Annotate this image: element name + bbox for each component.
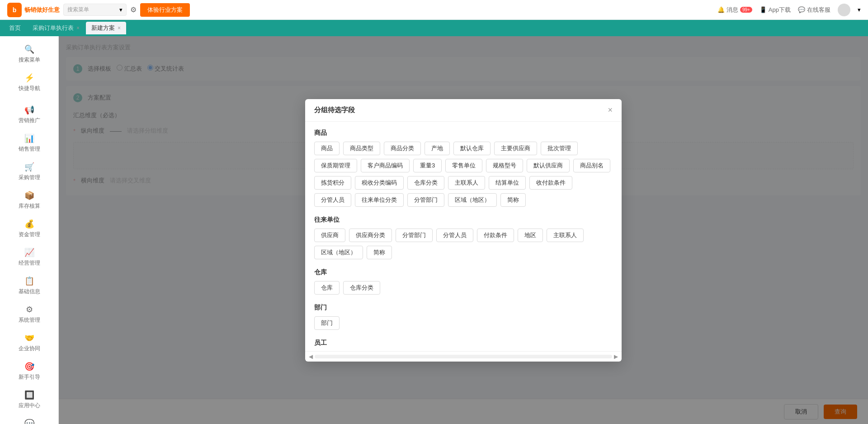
field-tag[interactable]: 商品分类: [384, 142, 421, 155]
field-tag[interactable]: 分管人员: [436, 229, 473, 242]
field-tag[interactable]: 地区: [518, 229, 543, 242]
field-tag[interactable]: 默认仓库: [453, 142, 491, 155]
sidebar-item-search[interactable]: 🔍 搜索菜单: [0, 40, 58, 68]
field-tag[interactable]: 拣货积分: [314, 176, 351, 190]
field-tag[interactable]: 商品类型: [343, 142, 380, 155]
field-tag[interactable]: 收付款条件: [529, 176, 572, 190]
basic-icon: 📋: [24, 276, 34, 286]
sidebar-item-quicknav[interactable]: ⚡ 快捷导航: [0, 68, 58, 97]
sidebar-item-inventory[interactable]: 📦 库存核算: [0, 186, 58, 214]
field-tag[interactable]: 区域（地区）: [314, 246, 363, 259]
sidebar-item-apps[interactable]: 🔲 应用中心: [0, 386, 58, 414]
field-tag[interactable]: 部门: [314, 316, 340, 330]
sidebar-item-guide[interactable]: 🎯 新手引导: [0, 357, 58, 386]
avatar[interactable]: [838, 4, 850, 16]
sidebar-label-quicknav: 快捷导航: [19, 85, 40, 92]
field-tag[interactable]: 重量3: [413, 159, 442, 172]
field-tags-partner: 供应商 供应商分类 分管部门 分管人员 付款条件 地区 主联系人 区域（地区） …: [314, 229, 613, 259]
sidebar-item-system[interactable]: ⚙ 系统管理: [0, 300, 58, 329]
field-group-department: 部门 部门: [314, 304, 613, 330]
sidebar-label-finance: 资金管理: [19, 231, 40, 238]
field-group-employee-title: 员工: [314, 339, 613, 347]
search-icon: 🔍: [24, 44, 34, 54]
field-tag[interactable]: 供应商: [314, 229, 345, 242]
field-group-employee: 员工 业务员: [314, 339, 613, 351]
sidebar-label-guide: 新手引导: [19, 373, 40, 381]
notification-item[interactable]: 🔔 消息 99+: [717, 6, 752, 14]
field-group-warehouse-title: 仓库: [314, 268, 613, 276]
sidebar-item-marketing[interactable]: 📢 营销推广: [0, 100, 58, 129]
gear-icon[interactable]: ⚙: [130, 5, 137, 14]
operation-icon: 📈: [24, 248, 34, 257]
sidebar-item-basic[interactable]: 📋 基础信息: [0, 272, 58, 300]
field-tag[interactable]: 产地: [425, 142, 450, 155]
sidebar-item-collab[interactable]: 🤝 企业协同: [0, 329, 58, 357]
field-tags-warehouse: 仓库 仓库分类: [314, 281, 613, 295]
search-bar[interactable]: 搜索菜单 ▾: [63, 4, 127, 16]
sidebar-item-finance[interactable]: 💰 资金管理: [0, 214, 58, 243]
main-layout: 🔍 搜索菜单 ⚡ 快捷导航 📢 营销推广 📊 销售管理 🛒 采购管理 📦 库存核…: [0, 36, 868, 424]
field-tag[interactable]: 保质期管理: [314, 159, 357, 172]
field-tag[interactable]: 客户商品编码: [361, 159, 410, 172]
online-service-item[interactable]: 💬 在线客服: [798, 6, 830, 14]
scroll-left-icon[interactable]: ◀: [309, 353, 313, 360]
field-tags-goods: 商品 商品类型 商品分类 产地 默认仓库 主要供应商 批次管理 保质期管理 客户…: [314, 142, 613, 207]
field-tag[interactable]: 仓库: [314, 281, 340, 295]
field-tag[interactable]: 往来单位分类: [355, 193, 404, 207]
trial-button[interactable]: 体验行业方案: [140, 3, 190, 17]
logo-icon: b: [7, 3, 22, 17]
field-tag[interactable]: 仓库分类: [343, 281, 380, 295]
field-tag[interactable]: 分管部门: [396, 229, 433, 242]
close-icon[interactable]: ×: [608, 105, 613, 115]
field-tag[interactable]: 简称: [367, 246, 392, 259]
field-tag[interactable]: 主联系人: [448, 176, 485, 190]
field-tag[interactable]: 付款条件: [477, 229, 514, 242]
field-tag[interactable]: 供应商分类: [349, 229, 392, 242]
field-tag[interactable]: 商品别名: [573, 159, 610, 172]
field-tag[interactable]: 区域（地区）: [448, 193, 497, 207]
quicknav-icon: ⚡: [24, 73, 34, 83]
top-nav-right: 🔔 消息 99+ 📱 App下载 💬 在线客服 ▾: [717, 4, 861, 16]
notification-badge: 99+: [740, 7, 752, 13]
tab-new-plan-close[interactable]: ×: [118, 25, 121, 31]
modal-overlay: 分组待选字段 × 商品 商品 商品类型 商品分类 产地 默认仓库 主要供应商: [59, 36, 868, 424]
sidebar-label-basic: 基础信息: [19, 288, 40, 295]
field-group-warehouse: 仓库 仓库 仓库分类: [314, 268, 613, 295]
field-tag[interactable]: 商品: [314, 142, 340, 155]
scroll-right-icon[interactable]: ▶: [614, 353, 618, 360]
field-tag[interactable]: 零售单位: [445, 159, 482, 172]
field-tag[interactable]: 结算单位: [489, 176, 526, 190]
apps-icon: 🔲: [24, 390, 34, 400]
field-tag[interactable]: 仓库分类: [407, 176, 444, 190]
logo: b 畅销做好生意: [7, 3, 60, 17]
horizontal-scrollbar[interactable]: [315, 355, 612, 358]
tab-home-label: 首页: [9, 24, 21, 32]
sidebar-item-sales[interactable]: 📊 销售管理: [0, 129, 58, 157]
chevron-down-icon: ▾: [119, 6, 123, 13]
field-tag[interactable]: 分管人员: [314, 193, 351, 207]
field-tag[interactable]: 批次管理: [541, 142, 578, 155]
field-tag[interactable]: 主联系人: [547, 229, 584, 242]
sidebar-item-wechat[interactable]: 💬 企业微信: [0, 414, 58, 424]
logo-text: 畅销做好生意: [24, 6, 60, 14]
sidebar-item-purchase[interactable]: 🛒 采购管理: [0, 157, 58, 186]
app-download-item[interactable]: 📱 App下载: [760, 6, 791, 14]
tab-purchase-close[interactable]: ×: [76, 25, 80, 31]
field-tag[interactable]: 规格型号: [486, 159, 523, 172]
sidebar-label-sales: 销售管理: [19, 145, 40, 153]
field-tag[interactable]: 简称: [500, 193, 526, 207]
tab-home[interactable]: 首页: [4, 22, 26, 34]
field-tag[interactable]: 主要供应商: [494, 142, 537, 155]
tab-new-plan[interactable]: 新建方案 ×: [86, 22, 126, 34]
top-nav: b 畅销做好生意 搜索菜单 ▾ ⚙ 体验行业方案 🔔 消息 99+ 📱 App下…: [0, 0, 868, 20]
field-tag[interactable]: 分管部门: [407, 193, 444, 207]
sidebar-item-operation[interactable]: 📈 经营管理: [0, 243, 58, 272]
field-group-department-title: 部门: [314, 304, 613, 312]
sidebar-label-inventory: 库存核算: [19, 202, 40, 210]
field-tag[interactable]: 默认供应商: [527, 159, 570, 172]
tab-purchase-order[interactable]: 采购订单执行表 ×: [27, 22, 85, 34]
top-nav-left: b 畅销做好生意 搜索菜单 ▾ ⚙ 体验行业方案: [7, 3, 190, 17]
field-tags-department: 部门: [314, 316, 613, 330]
field-select-modal: 分组待选字段 × 商品 商品 商品类型 商品分类 产地 默认仓库 主要供应商: [305, 99, 622, 362]
field-tag[interactable]: 税收分类编码: [355, 176, 404, 190]
